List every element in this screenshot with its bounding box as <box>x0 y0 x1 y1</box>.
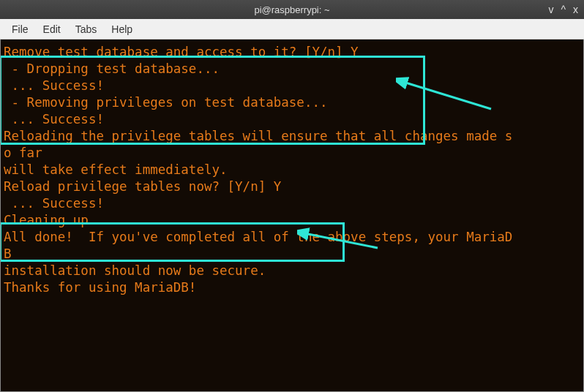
window-titlebar: pi@raspberrypi: ~ v ^ x <box>0 0 584 19</box>
menu-edit[interactable]: Edit <box>36 20 68 38</box>
minimize-button[interactable]: v <box>548 4 553 15</box>
terminal-line: will take effect immediately. <box>4 162 580 178</box>
menu-help[interactable]: Help <box>104 20 140 38</box>
terminal-output[interactable]: Remove test database and access to it? [… <box>0 39 584 392</box>
terminal-line: Remove test database and access to it? [… <box>4 44 580 61</box>
terminal-line: B <box>4 246 580 263</box>
menubar: File Edit Tabs Help <box>0 19 584 39</box>
menu-tabs[interactable]: Tabs <box>68 20 105 38</box>
terminal-line: - Dropping test database... <box>4 61 580 78</box>
terminal-line: All done! If you've completed all of the… <box>4 229 580 246</box>
terminal-line: Thanks for using MariaDB! <box>4 279 580 296</box>
close-button[interactable]: x <box>573 4 578 15</box>
terminal-line: Cleaning up... <box>4 212 580 229</box>
terminal-line: ... Success! <box>4 111 580 128</box>
terminal-line: Reload privilege tables now? [Y/n] Y <box>4 178 580 195</box>
terminal-line: ... Success! <box>4 78 580 94</box>
terminal-line: ... Success! <box>4 195 580 212</box>
window-controls: v ^ x <box>548 0 578 19</box>
terminal-line: - Removing privileges on test database..… <box>4 94 580 111</box>
terminal-line: o far <box>4 145 580 162</box>
window-title: pi@raspberrypi: ~ <box>254 4 329 15</box>
terminal-line: installation should now be secure. <box>4 263 580 279</box>
maximize-button[interactable]: ^ <box>561 4 566 15</box>
terminal-line: Reloading the privilege tables will ensu… <box>4 128 580 145</box>
menu-file[interactable]: File <box>4 20 36 38</box>
